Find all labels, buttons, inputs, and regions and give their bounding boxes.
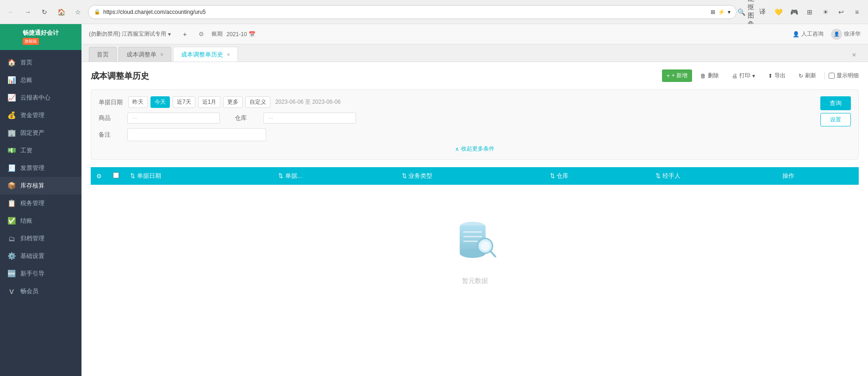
sidebar-item-guide[interactable]: 🆕 新手引导 xyxy=(0,265,81,282)
goods-select[interactable]: ··· xyxy=(127,113,220,124)
sidebar-item-archive[interactable]: 🗂 归档管理 xyxy=(0,230,81,247)
sidebar-item-reports[interactable]: 📈 云报表中心 xyxy=(0,89,81,107)
url-text: https://cloud.chanjet.com/accounting/uru… xyxy=(103,9,708,15)
sidebar-item-label: 工资 xyxy=(20,146,32,155)
wallet-button[interactable]: 💛 xyxy=(772,6,785,19)
tab-close-icon[interactable]: × xyxy=(227,52,230,57)
guide-icon: 🆕 xyxy=(7,269,16,278)
th-warehouse[interactable]: ⇅ 仓库 xyxy=(544,167,650,185)
empty-cell: 暂元数据 xyxy=(91,185,859,313)
sidebar-item-invoice[interactable]: 🧾 发票管理 xyxy=(0,159,81,177)
tab-label: 成本调整单 xyxy=(126,50,156,59)
settings-icon-button[interactable]: ☀ xyxy=(819,6,832,19)
translate-button[interactable]: 译 xyxy=(756,6,769,19)
tab-cost-adjustment-history[interactable]: 成本调整单历史 × xyxy=(173,47,238,62)
th-doc-num-label: ⇅ 单据... xyxy=(278,172,302,179)
search-button[interactable]: 🔍 360智能抠图免费用 xyxy=(740,6,753,19)
sidebar-item-home[interactable]: 🏠 首页 xyxy=(0,54,81,71)
sidebar-item-vip[interactable]: V 畅会员 xyxy=(0,282,81,300)
address-bar[interactable]: 🔒 https://cloud.chanjet.com/accounting/u… xyxy=(88,5,737,19)
home-icon: 🏠 xyxy=(7,58,16,67)
warehouse-select[interactable]: ··· xyxy=(263,113,356,124)
reload-button[interactable]: ↻ xyxy=(38,6,51,19)
funds-icon: 💰 xyxy=(7,111,16,119)
th-date[interactable]: ⇅ 单据日期 xyxy=(125,167,273,185)
date-range-text: 2023-06-06 至 2023-06-06 xyxy=(275,98,340,106)
th-gear[interactable]: ⚙ xyxy=(91,167,107,185)
collapse-filter-button[interactable]: ∧ 收起更多条件 xyxy=(455,145,494,153)
th-operations: 操作 xyxy=(777,167,859,185)
settings-gear-icon: ⚙ xyxy=(199,31,204,38)
grid-apps-button[interactable]: ⊞ xyxy=(803,6,816,19)
browser-chrome: ← → ↻ 🏠 ☆ 🔒 https://cloud.chanjet.com/ac… xyxy=(0,0,868,24)
filter-main-grid: 单据日期 昨天 今天 近7天 近1月 更多 自定义 2023-06-06 至 2… xyxy=(99,96,851,141)
menu-button[interactable]: ≡ xyxy=(850,6,863,19)
gear-icon: ⚙ xyxy=(96,173,102,180)
print-icon: 🖨 xyxy=(732,73,737,79)
undo-button[interactable]: ↩ xyxy=(835,6,848,19)
print-button[interactable]: 🖨 打印 ▾ xyxy=(727,69,760,82)
notes-input[interactable] xyxy=(127,128,266,141)
sidebar-item-ledger[interactable]: 📊 总账 xyxy=(0,71,81,89)
sidebar-item-closing[interactable]: ✅ 结账 xyxy=(0,212,81,230)
date-btn-today[interactable]: 今天 xyxy=(150,96,170,108)
show-detail-checkbox-label[interactable]: 显示明细 xyxy=(829,72,859,80)
export-button[interactable]: ⬆ 导出 xyxy=(763,69,790,82)
print-label: 打印 xyxy=(739,72,750,80)
date-btn-yesterday[interactable]: 昨天 xyxy=(128,96,148,108)
date-btn-custom[interactable]: 自定义 xyxy=(245,96,270,108)
add-company-button[interactable]: + xyxy=(178,28,191,41)
sidebar-item-label: 首页 xyxy=(20,58,32,67)
show-detail-checkbox[interactable] xyxy=(829,73,835,79)
new-button[interactable]: + + 新增 xyxy=(662,69,692,82)
tab-close-icon[interactable]: × xyxy=(160,52,163,57)
th-operator[interactable]: ⇅ 经手人 xyxy=(650,167,777,185)
query-button[interactable]: 查询 xyxy=(820,96,851,110)
vip-icon: V xyxy=(7,288,16,295)
refresh-button[interactable]: ↻ 刷新 xyxy=(794,69,821,82)
close-all-tabs-button[interactable]: × xyxy=(848,49,861,62)
sidebar-item-assets[interactable]: 🏢 固定资产 xyxy=(0,124,81,142)
filter-fields: 单据日期 昨天 今天 近7天 近1月 更多 自定义 2023-06-06 至 2… xyxy=(99,96,807,141)
date-filter-label: 单据日期 xyxy=(99,98,123,107)
main-content: (勿删勿禁用) 江西服宝测试专用 ▾ + ⚙ 账期 2021-10 📅 👤 人工… xyxy=(81,24,868,376)
svg-point-7 xyxy=(481,241,490,251)
select-all-checkbox[interactable] xyxy=(113,172,119,178)
sidebar-item-settings[interactable]: ⚙️ 基础设置 xyxy=(0,247,81,265)
back-button[interactable]: ← xyxy=(5,6,18,19)
user-menu[interactable]: 👤 徐泽华 xyxy=(831,29,861,40)
sidebar-item-label: 归档管理 xyxy=(20,234,44,243)
sidebar-item-funds[interactable]: 💰 资金管理 xyxy=(0,107,81,124)
sidebar-nav: 🏠 首页 📊 总账 📈 云报表中心 💰 资金管理 🏢 固定资产 💵 工资 xyxy=(0,50,81,376)
consult-label: 人工咨询 xyxy=(801,30,824,38)
tab-cost-adjustment[interactable]: 成本调整单 × xyxy=(119,47,171,62)
bookmark-button[interactable]: ☆ xyxy=(71,6,84,19)
sidebar-item-label: 资金管理 xyxy=(20,111,44,119)
tab-home[interactable]: 首页 xyxy=(89,47,117,62)
sidebar-item-salary[interactable]: 💵 工资 xyxy=(0,142,81,159)
home-button[interactable]: 🏠 xyxy=(55,6,68,19)
th-doc-num[interactable]: ⇅ 单据... xyxy=(273,167,396,185)
date-btn-7days[interactable]: 近7天 xyxy=(173,96,195,108)
forward-button[interactable]: → xyxy=(21,6,34,19)
period-label: 账期 xyxy=(212,30,223,38)
app-container: 畅捷通好会计 旗舰版 🏠 首页 📊 总账 📈 云报表中心 💰 资金管理 xyxy=(0,24,868,376)
delete-button[interactable]: 🗑 删除 xyxy=(696,69,724,82)
th-biz-type[interactable]: ⇅ 业务类型 xyxy=(396,167,544,185)
collapse-label: 收起更多条件 xyxy=(461,145,494,153)
th-check[interactable] xyxy=(107,167,125,185)
table-settings-button[interactable]: 设置 xyxy=(820,113,851,126)
sidebar-logo: 畅捷通好会计 旗舰版 xyxy=(0,24,81,50)
new-label: + 新增 xyxy=(672,72,687,80)
date-btn-1month[interactable]: 近1月 xyxy=(198,96,221,108)
company-name: (勿删勿禁用) 江西服宝测试专用 xyxy=(89,30,166,38)
sidebar-item-inventory[interactable]: 📦 库存核算 xyxy=(0,177,81,194)
chevron-down-icon: ▾ xyxy=(168,31,171,38)
sidebar-item-label: 基础设置 xyxy=(20,252,44,260)
date-btn-more[interactable]: 更多 xyxy=(223,96,243,108)
sidebar-item-tax[interactable]: 📋 税务管理 xyxy=(0,194,81,212)
consult-button[interactable]: 👤 人工咨询 xyxy=(793,30,824,38)
game-button[interactable]: 🎮 xyxy=(787,6,800,19)
company-selector[interactable]: (勿删勿禁用) 江西服宝测试专用 ▾ xyxy=(89,30,171,38)
sidebar: 畅捷通好会计 旗舰版 🏠 首页 📊 总账 📈 云报表中心 💰 资金管理 xyxy=(0,24,81,376)
